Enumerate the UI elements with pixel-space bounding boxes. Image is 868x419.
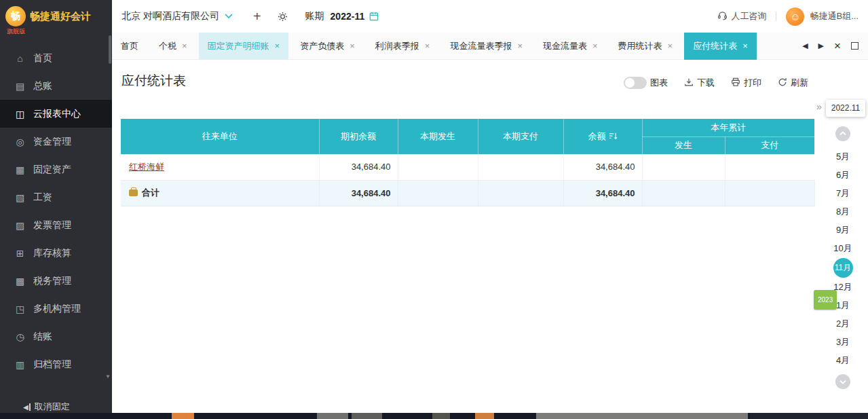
- multi-org-icon: ◳: [14, 304, 26, 314]
- sidebar-item-tax[interactable]: ▩ 税务管理: [0, 267, 112, 295]
- tabs-close-all-icon[interactable]: ×: [834, 40, 841, 52]
- archive-icon: ▥: [14, 359, 26, 370]
- chart-toggle[interactable]: [624, 77, 647, 89]
- unpin-sidebar-button[interactable]: ◀ 取消固定: [0, 401, 112, 413]
- sidebar-item-label: 归档管理: [33, 359, 71, 371]
- col-header-period-occur: 本期发生: [398, 119, 478, 154]
- tab-fixed-asset-detail[interactable]: 固定资产明细账 ×: [199, 33, 289, 60]
- tab-close-icon[interactable]: ×: [425, 41, 430, 51]
- tab-close-icon[interactable]: ×: [517, 41, 523, 51]
- sidebar-item-inventory[interactable]: ⊞ 库存核算: [0, 239, 112, 267]
- taskbar-item[interactable]: [352, 413, 382, 419]
- settings-gear-icon[interactable]: [278, 12, 288, 22]
- period-label: 账期: [305, 10, 324, 22]
- print-button[interactable]: 打印: [731, 77, 761, 89]
- total-ytd-occur: [642, 180, 725, 206]
- month-item-jul[interactable]: 7月: [818, 184, 868, 202]
- refresh-button[interactable]: 刷新: [778, 77, 808, 89]
- sidebar-item-label: 多机构管理: [33, 303, 81, 315]
- sidebar-item-funds[interactable]: ◎ 资金管理: [0, 128, 112, 156]
- month-item-feb[interactable]: 2月: [818, 314, 868, 333]
- total-balance: 34,684.40: [563, 180, 642, 206]
- tab-home[interactable]: 首页: [112, 33, 147, 60]
- refresh-label: 刷新: [791, 77, 808, 89]
- month-item-nov-active[interactable]: 11月: [818, 257, 868, 278]
- tabs-scroll-right-icon[interactable]: ▶: [818, 41, 824, 50]
- month-item-jun[interactable]: 6月: [818, 166, 868, 184]
- taskbar-item[interactable]: [172, 413, 194, 419]
- month-item-jan[interactable]: 2023 1月: [818, 296, 868, 314]
- print-label: 打印: [744, 77, 761, 89]
- sort-descending-icon[interactable]: [609, 132, 618, 143]
- payable-stats-table: 往来单位 期初余额 本期发生 本期支付 余额 本年累计 发生 支付 红桥海鲜: [121, 119, 815, 206]
- sidebar-item-general-ledger[interactable]: ▤ 总账: [0, 72, 112, 100]
- month-item-oct[interactable]: 10月: [818, 239, 868, 257]
- sidebar-scrollbar-thumb[interactable]: [109, 35, 111, 64]
- consult-button[interactable]: 人工咨询: [717, 10, 766, 22]
- calendar-icon[interactable]: [369, 12, 379, 21]
- sidebar-item-payroll[interactable]: ▧ 工资: [0, 183, 112, 211]
- tab-label: 现金流量表季报: [450, 40, 512, 52]
- tabs-scroll-left-icon[interactable]: ◀: [802, 41, 808, 50]
- os-taskbar-strip: [0, 413, 868, 419]
- taskbar-item[interactable]: [475, 413, 494, 419]
- tab-close-icon[interactable]: ×: [182, 41, 187, 51]
- tab-cashflow[interactable]: 现金流量表 ×: [534, 33, 607, 60]
- user-avatar[interactable]: ☺: [786, 7, 804, 26]
- tab-close-icon[interactable]: ×: [742, 41, 748, 51]
- period-value[interactable]: 2022-11: [331, 11, 365, 22]
- sidebar-item-multi-org[interactable]: ◳ 多机构管理: [0, 295, 112, 323]
- tab-bar: 首页 个税 × 固定资产明细账 × 资产负债表 × 利润表季报 × 现金流量表季…: [112, 33, 868, 60]
- tab-balance-sheet[interactable]: 资产负债表 ×: [291, 33, 364, 60]
- sidebar-item-home[interactable]: ⌂ 首页: [0, 44, 112, 72]
- sidebar: 畅 畅捷通好会计 旗舰版 ⌂ 首页 ▤ 总账 ◫ 云报表中心 ◎ 资金管理 ▦: [0, 0, 112, 419]
- inventory-icon: ⊞: [14, 248, 26, 259]
- sidebar-item-fixed-assets[interactable]: ▦ 固定资产: [0, 156, 112, 183]
- fullscreen-icon[interactable]: [851, 42, 858, 50]
- months-scroll-down-button[interactable]: [835, 374, 850, 389]
- months-scroll-up-button[interactable]: [835, 126, 850, 141]
- taskbar-item[interactable]: [432, 413, 450, 419]
- app-title: 畅捷通好会计: [30, 10, 91, 23]
- sidebar-scroll-down-icon[interactable]: ▼: [105, 374, 111, 380]
- sidebar-item-invoices[interactable]: ▨ 发票管理: [0, 211, 112, 239]
- sidebar-item-closing[interactable]: ◷ 结账: [0, 323, 112, 350]
- sidebar-item-cloud-reports[interactable]: ◫ 云报表中心: [0, 100, 112, 128]
- total-period-pay: [478, 180, 563, 206]
- taskbar-item[interactable]: [536, 413, 748, 419]
- tab-label: 现金流量表: [543, 40, 587, 52]
- tab-close-icon[interactable]: ×: [668, 41, 673, 51]
- tab-expense-stats[interactable]: 费用统计表 ×: [609, 33, 682, 60]
- tab-cashflow-quarterly[interactable]: 现金流量表季报 ×: [441, 33, 531, 60]
- chevron-down-icon[interactable]: [225, 14, 233, 19]
- month-item-mar[interactable]: 3月: [818, 333, 868, 351]
- tab-close-icon[interactable]: ×: [350, 41, 355, 51]
- unit-link[interactable]: 红桥海鲜: [129, 162, 164, 172]
- tab-income-quarterly[interactable]: 利润表季报 ×: [366, 33, 439, 60]
- user-name[interactable]: 畅捷通B组...: [810, 10, 858, 22]
- tab-label: 费用统计表: [618, 40, 662, 52]
- tab-close-icon[interactable]: ×: [592, 41, 598, 51]
- col-header-balance-label: 余额: [588, 131, 606, 141]
- cloud-report-icon: ◫: [14, 109, 26, 120]
- company-selector[interactable]: 北京 对啊酒店有限公司: [121, 10, 219, 22]
- month-item-sep[interactable]: 9月: [818, 221, 868, 239]
- tab-close-icon[interactable]: ×: [275, 41, 280, 51]
- collapse-panel-icon[interactable]: »: [816, 101, 822, 112]
- download-button[interactable]: 下载: [684, 77, 715, 89]
- consult-label: 人工咨询: [731, 10, 766, 22]
- add-button[interactable]: +: [253, 10, 261, 23]
- tab-payable-stats[interactable]: 应付统计表 ×: [684, 33, 757, 60]
- current-period-box[interactable]: 2022.11: [826, 100, 865, 117]
- month-item-aug[interactable]: 8月: [818, 202, 868, 221]
- taskbar-item[interactable]: [317, 413, 348, 419]
- cell-period-occur: [398, 154, 478, 180]
- month-item-apr[interactable]: 4月: [818, 351, 868, 369]
- tab-label: 个税: [159, 40, 176, 52]
- sidebar-item-label: 结账: [33, 331, 52, 343]
- fixed-assets-icon: ▦: [14, 164, 26, 175]
- closing-icon: ◷: [14, 331, 26, 342]
- sidebar-item-archive[interactable]: ▥ 归档管理: [0, 350, 112, 378]
- month-item-may[interactable]: 5月: [818, 147, 868, 166]
- tab-personal-tax[interactable]: 个税 ×: [150, 33, 196, 60]
